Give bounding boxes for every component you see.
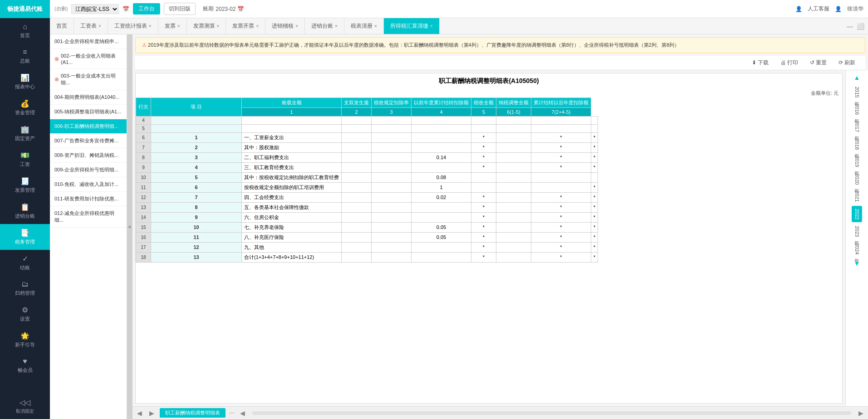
cell-c6[interactable]: * bbox=[531, 242, 591, 252]
cell-c2[interactable] bbox=[372, 252, 412, 262]
cell-c5[interactable] bbox=[496, 232, 531, 242]
sidebar-item-reports[interactable]: 📊 报表中心 bbox=[0, 69, 50, 95]
year-2018[interactable]: 2018年 bbox=[852, 136, 862, 152]
tab-salary-sheet-close[interactable]: × bbox=[98, 24, 101, 29]
cell-c3[interactable] bbox=[412, 132, 471, 142]
cell-c1[interactable] bbox=[342, 232, 372, 242]
year-2021[interactable]: 2021年 bbox=[852, 188, 862, 205]
bottom-dots[interactable]: ⋯ bbox=[229, 410, 235, 416]
year-up-arrow[interactable]: ▲ bbox=[852, 72, 862, 83]
cell-c6[interactable]: * bbox=[531, 162, 591, 172]
cell-c2[interactable] bbox=[372, 132, 412, 142]
tab-invoice-calc-close[interactable]: × bbox=[217, 24, 220, 29]
scroll-right-icon[interactable]: ▶ bbox=[857, 409, 865, 417]
tab-sales-ledger[interactable]: 进销台账 × bbox=[305, 18, 344, 34]
cell-c2[interactable] bbox=[372, 242, 412, 252]
cell-c7[interactable]: * bbox=[591, 182, 598, 192]
bottom-right-arrow[interactable]: ▶ bbox=[147, 409, 156, 417]
cell-c5[interactable] bbox=[496, 162, 531, 172]
cell-c4[interactable]: * bbox=[471, 222, 496, 232]
cell-c5[interactable] bbox=[496, 124, 531, 132]
tab-salary-report[interactable]: 工资统计报表 × bbox=[108, 18, 158, 34]
cell-c2[interactable] bbox=[372, 182, 412, 192]
print-button[interactable]: 🖨 打印 bbox=[777, 58, 802, 68]
cell-c1[interactable] bbox=[342, 172, 372, 182]
sidebar-item-assets[interactable]: 🏢 固定资产 bbox=[0, 121, 50, 146]
cell-c4[interactable] bbox=[471, 182, 496, 192]
cell-c2[interactable] bbox=[372, 232, 412, 242]
year-2022[interactable]: 2022年 bbox=[852, 206, 862, 222]
tab-invoice-calc[interactable]: 发票测算 × bbox=[187, 18, 226, 34]
cell-c6[interactable]: * bbox=[531, 232, 591, 242]
left-item-001[interactable]: 001-企业所得税年度纳税申... bbox=[50, 34, 127, 49]
cell-c3[interactable]: 0.14 bbox=[412, 152, 471, 162]
cell-c2[interactable] bbox=[372, 222, 412, 232]
cell-c2[interactable] bbox=[372, 172, 412, 182]
sidebar-item-general[interactable]: ≡ 总账 bbox=[0, 44, 50, 69]
cell-c4[interactable]: * bbox=[471, 252, 496, 262]
cell-c4[interactable]: * bbox=[471, 152, 496, 162]
cell-c6[interactable]: * bbox=[531, 192, 591, 202]
sidebar-item-capital[interactable]: 💰 资金管理 bbox=[0, 95, 50, 121]
refresh-button[interactable]: ⟳ 刷新 bbox=[835, 58, 859, 68]
cell-c4[interactable]: * bbox=[471, 242, 496, 252]
cell-c4[interactable]: * bbox=[471, 212, 496, 222]
cell-c3[interactable] bbox=[412, 162, 471, 172]
cell-c7[interactable]: * bbox=[591, 192, 598, 202]
cell-c1[interactable] bbox=[342, 192, 372, 202]
cell-c7[interactable] bbox=[591, 116, 598, 124]
cell-c3[interactable]: 0.05 bbox=[412, 222, 471, 232]
cell-c6[interactable] bbox=[531, 124, 591, 132]
tab-salary-report-close[interactable]: × bbox=[149, 24, 152, 29]
collapse-button[interactable]: « bbox=[127, 34, 132, 419]
cell-c3[interactable] bbox=[412, 242, 471, 252]
cell-c3[interactable] bbox=[412, 124, 471, 132]
cell-c1[interactable] bbox=[342, 212, 372, 222]
year-2015[interactable]: 2015年 bbox=[852, 84, 862, 100]
left-item-009[interactable]: 009-企业所得税补亏抵明细... bbox=[50, 163, 127, 177]
cell-c1[interactable] bbox=[342, 162, 372, 172]
cell-c7[interactable]: * bbox=[591, 222, 598, 232]
cell-c5[interactable] bbox=[496, 212, 531, 222]
left-item-010[interactable]: 010-免税、减收收入及加计... bbox=[50, 177, 127, 192]
cell-c1[interactable] bbox=[342, 222, 372, 232]
cell-c4[interactable] bbox=[471, 124, 496, 132]
cell-c7[interactable] bbox=[591, 172, 598, 182]
left-item-005[interactable]: 005-纳税调整项目明细表(A1... bbox=[50, 105, 127, 119]
cell-c7[interactable]: * bbox=[591, 162, 598, 172]
cell-c7[interactable]: * bbox=[591, 252, 598, 262]
left-item-011[interactable]: 011-研发费用加计扣除优惠... bbox=[50, 192, 127, 206]
cell-c1[interactable] bbox=[342, 116, 372, 124]
cell-c3[interactable] bbox=[412, 202, 471, 212]
cell-c1[interactable] bbox=[342, 142, 372, 152]
cell-c2[interactable] bbox=[372, 212, 412, 222]
company-select[interactable]: 江西皖宝-LSS bbox=[71, 4, 119, 14]
left-item-003[interactable]: ⊗ 003-一般企业成本支出明细... bbox=[50, 69, 127, 90]
tab-invoice[interactable]: 发票 × bbox=[158, 18, 187, 34]
sidebar-item-salesledger[interactable]: 📋 进销台账 bbox=[0, 198, 50, 224]
cell-c4[interactable]: * bbox=[471, 132, 496, 142]
cell-c6[interactable]: * bbox=[531, 142, 591, 152]
sidebar-item-archive[interactable]: 🗂 归档管理 bbox=[0, 276, 50, 301]
cell-c5[interactable] bbox=[496, 132, 531, 142]
cell-c5[interactable] bbox=[496, 182, 531, 192]
cell-c3[interactable] bbox=[412, 252, 471, 262]
left-item-002[interactable]: ⊗ 002-一般企业收入明细表(A1... bbox=[50, 49, 127, 69]
tab-sales-check[interactable]: 进销稽核 × bbox=[265, 18, 305, 34]
cell-c5[interactable] bbox=[496, 222, 531, 232]
cell-c4[interactable]: * bbox=[471, 202, 496, 212]
cell-c5[interactable] bbox=[496, 252, 531, 262]
period-calendar-icon[interactable]: 📅 bbox=[237, 6, 244, 12]
tab-salary-sheet[interactable]: 工资表 × bbox=[74, 18, 108, 34]
cell-c1[interactable] bbox=[342, 252, 372, 262]
back-button[interactable]: 切到旧版 bbox=[164, 3, 196, 15]
cell-c1[interactable] bbox=[342, 202, 372, 212]
sidebar-item-settings[interactable]: ⚙ 设置 bbox=[0, 301, 50, 327]
cell-c4[interactable]: * bbox=[471, 162, 496, 172]
cell-c1[interactable] bbox=[342, 242, 372, 252]
cell-c2[interactable] bbox=[372, 192, 412, 202]
horizontal-scrollbar[interactable] bbox=[252, 411, 851, 415]
cell-c6[interactable]: * bbox=[531, 152, 591, 162]
cell-c5[interactable] bbox=[496, 192, 531, 202]
cell-c3[interactable]: 0.05 bbox=[412, 232, 471, 242]
